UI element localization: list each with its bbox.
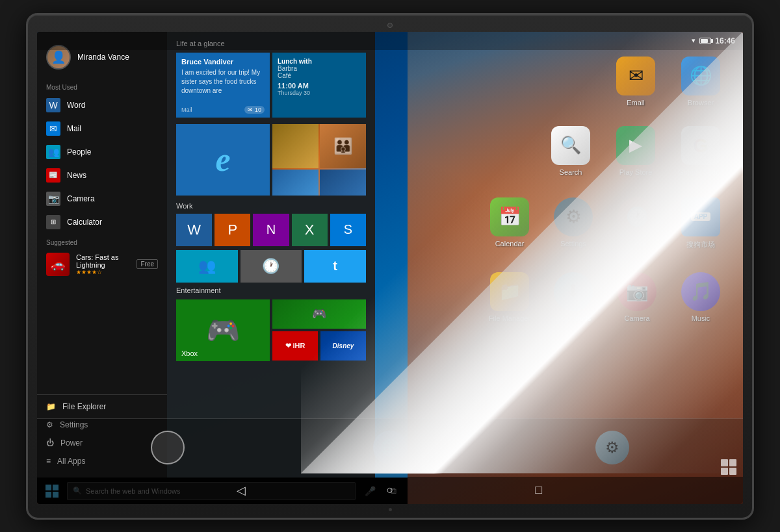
tile-work-onenote[interactable]: N	[253, 214, 289, 246]
start-menu-left: 👤 Miranda Vance Most Used W Word ✉ Mail	[37, 32, 167, 478]
lunch-subtitle: Barbra	[278, 65, 361, 72]
mail-sender: Bruce Vandiver	[181, 58, 265, 66]
downloads-label: Downloads	[556, 314, 591, 322]
people-icon: 👥	[46, 145, 60, 159]
tile-xbox[interactable]: 🎮 Xbox	[176, 299, 270, 361]
people-label: People	[67, 147, 91, 157]
android-app-calendar[interactable]: 📅 Calendar	[480, 197, 539, 249]
android-app-browser[interactable]: 🌐 Browser	[671, 57, 730, 107]
settings-label: Settings	[560, 240, 586, 247]
dock-allapps[interactable]	[151, 431, 185, 464]
calendar-label: Calendar	[495, 240, 525, 247]
life-tiles: Bruce Vandiver I am excited for our trip…	[176, 53, 366, 118]
android-app-camera[interactable]: 📷 Camera	[608, 272, 666, 322]
start-app-people[interactable]: 👥 People	[37, 140, 167, 164]
camera-label-android: Camera	[624, 314, 649, 322]
android-app-googlesettings[interactable]: G Google Setti...	[671, 126, 730, 176]
android-app-settings[interactable]: ⚙ Settings	[544, 197, 603, 249]
googlesettings-icon: G	[681, 126, 720, 165]
dock-settings-icon: ⚙	[595, 431, 629, 464]
dock-browser-icon: 🌐	[373, 431, 407, 464]
news-icon: 📰	[46, 168, 60, 183]
tile-twitter-work[interactable]: t	[304, 250, 366, 283]
windows-logo-android	[721, 459, 736, 475]
start-app-news[interactable]: 📰 News	[37, 164, 167, 187]
nav-home-button[interactable]: ○	[378, 479, 402, 502]
android-app-search[interactable]: 🔍 Search	[541, 126, 600, 176]
tile-work-ppt[interactable]: P	[214, 214, 250, 246]
browser-icon: 🌐	[681, 57, 720, 95]
start-app-calculator[interactable]: ⊞ Calculator	[37, 210, 167, 234]
calendar-icon: 📅	[490, 197, 529, 236]
suggested-app-item[interactable]: 🚗 Cars: Fast as Lightning ★★★★☆ Free	[37, 249, 167, 280]
tile-work-word[interactable]: W	[176, 214, 212, 246]
file-explorer-label: File Explorer	[62, 402, 106, 411]
start-app-mail[interactable]: ✉ Mail	[37, 117, 167, 140]
tile-mail[interactable]: Bruce Vandiver I am excited for our trip…	[176, 53, 270, 118]
mail-preview: I am excited for our trip! My sister say…	[181, 68, 265, 95]
nav-recent-button[interactable]: □	[527, 479, 551, 502]
search-label: Search	[560, 168, 582, 176]
android-app-market[interactable]: APP 搜狗市场	[671, 197, 730, 249]
tile-iheart[interactable]: ❤ iHR	[272, 331, 318, 361]
work-onenote-icon: N	[266, 222, 276, 237]
xbox-label: Xbox	[181, 349, 198, 357]
work-excel-icon: X	[305, 222, 315, 238]
android-app-email[interactable]: ✉ Email	[606, 57, 665, 107]
allapps-icon	[151, 431, 185, 464]
suggested-app-name: Cars: Fast as Lightning	[76, 253, 130, 269]
tile-lunch[interactable]: Lunch with Barbra Café 11:00 AM Thursday…	[272, 53, 366, 118]
work-ppt-icon: P	[228, 222, 237, 238]
word-label: Word	[67, 101, 85, 110]
lunch-title: Lunch with	[278, 58, 361, 65]
downloads-icon: ⬇	[554, 272, 593, 311]
settings-icon: ⚙	[554, 197, 593, 236]
suggested-app-icon: 🚗	[46, 253, 70, 276]
tile-edge[interactable]: e	[176, 124, 270, 196]
xbox-logo: 🎮	[206, 314, 240, 346]
mail-count: ✉ 10	[244, 106, 265, 114]
lunch-day: Thursday 30	[278, 90, 361, 96]
camera-icon: 📷	[46, 192, 60, 206]
tile-xboxstore[interactable]: 🎮	[272, 299, 366, 329]
edge-logo: e	[215, 140, 230, 179]
android-nav-bar: ◁ ○ □	[37, 477, 743, 504]
suggested-label: Suggested	[37, 234, 167, 249]
tile-work-skype[interactable]: S	[330, 214, 366, 246]
suggested-app-stars: ★★★★☆	[76, 269, 130, 275]
start-app-word[interactable]: W Word	[37, 94, 167, 117]
entertainment-tiles: 🎮 Xbox 🎮 ❤ iHR Disney	[176, 299, 366, 361]
market-label: 搜狗市场	[686, 240, 715, 249]
market-icon: APP	[681, 197, 720, 236]
playstore-icon: ▶	[616, 126, 655, 165]
nav-back-button[interactable]: ◁	[229, 479, 253, 502]
wifi-icon: ▾	[692, 36, 696, 45]
android-dock: 🌐 ⚙	[37, 418, 743, 477]
android-time: 16:46	[715, 36, 735, 45]
android-app-playstore[interactable]: ▶ Play Store	[606, 126, 665, 176]
music-icon: 🎵	[681, 272, 720, 311]
filemanager-label: File Manager	[489, 314, 530, 322]
android-app-filemanager[interactable]: 📁 File Manager	[480, 272, 539, 322]
dock-browser[interactable]: 🌐	[373, 431, 407, 464]
start-app-camera[interactable]: 📷 Camera	[37, 187, 167, 210]
start-file-explorer[interactable]: 📁 File Explorer	[37, 398, 167, 416]
android-app-music[interactable]: 🎵 Music	[671, 272, 730, 322]
android-app-downloads[interactable]: ⬇ Downloads	[544, 272, 603, 322]
android-app-clock[interactable]: 🕐 Clock	[608, 197, 666, 249]
tile-disney[interactable]: Disney	[320, 331, 366, 361]
mail-icon: ✉	[46, 121, 60, 136]
filemanager-icon: 📁	[490, 272, 529, 311]
dock-settings[interactable]: ⚙	[595, 431, 629, 464]
most-used-label: Most Used	[37, 79, 167, 94]
clock-icon: 🕐	[618, 197, 656, 236]
work-word-icon: W	[187, 222, 201, 238]
tile-work-excel[interactable]: X	[292, 214, 328, 246]
tile-photos[interactable]: 👪	[272, 124, 366, 196]
tile-clock-work[interactable]: 🕐	[240, 250, 302, 283]
mail-footer-label: Mail	[181, 107, 192, 113]
playstore-label: Play Store	[619, 168, 653, 176]
tile-people-work[interactable]: 👥	[176, 250, 238, 283]
start-menu: 👤 Miranda Vance Most Used W Word ✉ Mail	[37, 32, 375, 478]
file-explorer-icon: 📁	[46, 402, 56, 411]
